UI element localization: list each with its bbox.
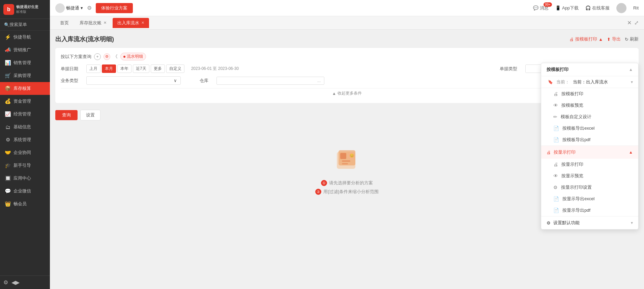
logo-icon: b [3, 4, 14, 15]
sidebar-item-purchase[interactable]: 🛒 采购管理 [0, 69, 50, 82]
sales-icon: 📊 [5, 60, 11, 66]
marketing-icon: 📣 [5, 47, 11, 53]
template-pdf-icon: 📄 [553, 137, 559, 142]
tab-batch-close-icon[interactable]: ✕ [104, 21, 107, 25]
default-settings-icon: ⚙ [547, 220, 551, 226]
dropdown-template-preview[interactable]: 👁 按模板预览 [541, 100, 638, 111]
filter-sub-tag-flow[interactable]: 流水明细 [120, 53, 146, 60]
warehouse-more-btn[interactable]: ... [317, 78, 321, 83]
sidebar-item-vip[interactable]: 👑 畅会员 [0, 198, 50, 210]
dropdown-template-export-excel[interactable]: 📄 按模板导出excel [541, 123, 638, 134]
template-print-icon: 🖨 [553, 91, 558, 97]
warehouse-label: 仓库 [200, 78, 208, 84]
sidebar-item-system[interactable]: ⚙ 系统管理 [0, 133, 50, 146]
tab-expand-btn[interactable]: ⤢ [634, 20, 639, 26]
user-avatar[interactable] [616, 3, 626, 13]
date-btn-7days[interactable]: 近7天 [133, 64, 149, 73]
account-avatar [55, 3, 65, 13]
display-preview-icon: 👁 [553, 173, 558, 179]
svg-rect-3 [342, 160, 350, 162]
print-chevron-up-icon: ▲ [598, 37, 603, 42]
sidebar-item-sales[interactable]: 📊 销售管理 [0, 56, 50, 69]
date-btn-this-year[interactable]: 本年 [117, 64, 131, 73]
export-icon: ⬆ [607, 37, 611, 42]
template-print-btn[interactable]: 🖨 按模板打印 ▲ [569, 36, 603, 42]
content-area: 出入库流水(流水明细) 🖨 按模板打印 ▲ ⬆ 导出 ↻ 刷新 [50, 30, 644, 289]
empty-tip-1: ① 请先选择要分析的方案 [321, 180, 373, 186]
display-settings-icon: ⚙ [553, 185, 558, 190]
quick-nav-icon: ⚡ [5, 34, 11, 40]
collapse-sidebar-icon[interactable]: ◀▶ [11, 279, 20, 286]
sidebar-item-operations[interactable]: 📈 经营管理 [0, 108, 50, 121]
app-center-icon: 🔲 [5, 175, 11, 181]
date-btn-this-month[interactable]: 本月 [102, 64, 116, 73]
display-print-section-icon: 🖨 [547, 150, 551, 155]
industry-btn[interactable]: 体验行业方案 [96, 3, 133, 13]
settings-bottom-icon[interactable]: ⚙ [3, 279, 8, 286]
sidebar-item-app-center[interactable]: 🔲 应用中心 [0, 172, 50, 185]
topbar: 畅捷通 ▾ ⚙ 体验行业方案 💬 消息 99+ 📱 App下载 🎧 在线客服 R… [50, 0, 644, 16]
refresh-icon: ↻ [625, 37, 628, 42]
sidebar-item-guide[interactable]: 🎓 新手引导 [0, 159, 50, 172]
dropdown-section1-header[interactable]: 按模板打印 ▲ [541, 63, 638, 76]
sidebar-item-inventory[interactable]: 📦 库存核算 [0, 82, 50, 95]
guide-icon: 🎓 [5, 162, 11, 168]
sidebar-item-finance[interactable]: 💰 资金管理 [0, 95, 50, 108]
display-pdf-icon: 📄 [553, 208, 559, 213]
search-menu[interactable]: 🔍 搜索菜单 [0, 19, 50, 31]
dropdown-template-custom-design[interactable]: ✏ 模板自定义设计 [541, 111, 638, 123]
dropdown-display-preview[interactable]: 👁 按显示预览 [541, 170, 638, 182]
page-title: 出入库流水(流水明细) [55, 35, 114, 43]
tab-home[interactable]: 首页 [55, 18, 74, 28]
empty-tip-2: ② 用[过滤]条件来缩小分析范围 [315, 189, 378, 195]
app-download-icon: 📱 [555, 5, 561, 10]
dropdown-display-export-pdf[interactable]: 📄 按显示导出pdf [541, 205, 638, 216]
dropdown-section2-header[interactable]: 🖨 按显示打印 ▲ [541, 146, 638, 159]
date-btn-more[interactable]: 更多 [151, 64, 165, 73]
filter-add-btn[interactable]: + [94, 53, 101, 60]
tab-flow-close-icon[interactable]: ✕ [141, 21, 144, 25]
account-selector[interactable]: 畅捷通 ▾ [55, 3, 83, 13]
topbar-gear-icon[interactable]: ⚙ [87, 5, 92, 11]
refresh-btn[interactable]: ↻ 刷新 [625, 36, 639, 42]
sidebar-bottom: ⚙ ◀▶ [0, 275, 50, 289]
logo-text: 畅捷通好生意 标准版 [16, 4, 38, 14]
search-icon: 🔍 [4, 22, 9, 27]
page-header: 出入库流水(流水明细) 🖨 按模板打印 ▲ ⬆ 导出 ↻ 刷新 [55, 35, 639, 43]
date-btn-custom[interactable]: 自定义 [166, 64, 184, 73]
sidebar-item-marketing[interactable]: 📣 营销推广 [0, 44, 50, 56]
business-type-chevron-icon: ∨ [174, 78, 177, 83]
business-type-select[interactable]: ∨ [86, 76, 181, 85]
dropdown-template-export-pdf[interactable]: 📄 按模板导出pdf [541, 134, 638, 146]
export-btn[interactable]: ⬆ 导出 [607, 36, 621, 42]
customer-service-btn[interactable]: 🎧 在线客服 [585, 5, 610, 11]
dropdown-display-print-settings[interactable]: ⚙ 按显示打印设置 [541, 182, 638, 193]
setting-btn[interactable]: 设置 [80, 110, 100, 121]
empty-illustration: 😊 [332, 143, 362, 174]
voucher-type-label: 单据类型 [500, 66, 517, 72]
app-download-btn[interactable]: 📱 App下载 [555, 5, 579, 11]
message-btn[interactable]: 💬 消息 99+ [533, 5, 549, 11]
system-icon: ⚙ [5, 137, 11, 143]
vip-icon: 👑 [5, 201, 11, 207]
dropdown-display-export-excel[interactable]: 📄 按显示导出excel [541, 193, 638, 205]
sidebar-item-collab[interactable]: 🤝 企业协同 [0, 146, 50, 159]
query-btn[interactable]: 查询 [55, 110, 78, 120]
tab-close-all-btn[interactable]: ✕ [627, 20, 632, 26]
tab-flow[interactable]: 出入库流水 ✕ [113, 18, 149, 28]
sidebar-item-wechat[interactable]: 💬 企业微信 [0, 185, 50, 198]
dropdown-section3-header[interactable]: ⚙ 设置默认功能 ▾ [541, 216, 638, 229]
dropdown-current-template[interactable]: 🔖 当前： 当前：出入库流水 ▾ [541, 76, 638, 88]
date-btn-last-month[interactable]: 上月 [86, 64, 100, 73]
dropdown-display-print[interactable]: 🖨 按显示打印 [541, 159, 638, 170]
sidebar-item-quick-nav[interactable]: ⚡ 快捷导航 [0, 31, 50, 44]
app-logo: b 畅捷通好生意 标准版 [0, 0, 50, 19]
filter-title-text: 按以下方案查询 [61, 54, 91, 60]
template-detail-chevron-icon: ▾ [631, 80, 633, 84]
tab-batch-account[interactable]: 库存批次账 ✕ [75, 18, 111, 28]
filter-collapse-icon[interactable]: 《 [113, 54, 118, 60]
filter-gear-btn[interactable]: ⚙ [104, 53, 110, 60]
sidebar-item-basic-info[interactable]: 🗂 基础信息 [0, 121, 50, 133]
dropdown-template-print[interactable]: 🖨 按模板打印 [541, 88, 638, 100]
warehouse-select[interactable]: ... [216, 77, 324, 85]
